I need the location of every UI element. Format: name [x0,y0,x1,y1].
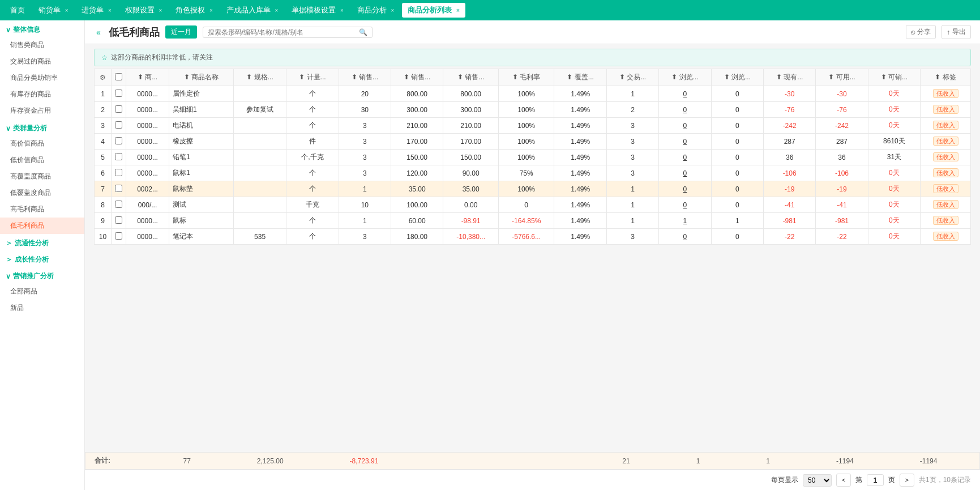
sidebar-item-high-value[interactable]: 高价值商品 [0,135,84,152]
sidebar-item-sales-products[interactable]: 销售类商品 [0,37,84,53]
row-checkbox[interactable] [112,213,126,229]
row-tx: 3 [606,229,658,245]
row-tag: 低收入 [921,134,971,150]
sidebar-item-stocked-products[interactable]: 有库存的商品 [0,86,84,103]
row-coverage: 1.49% [554,181,606,197]
row-gross: 100% [498,150,554,165]
row-browse2: 0 [711,229,763,245]
sidebar-item-low-margin[interactable]: 低毛利商品 [0,218,84,234]
col-sales1-header: ⬆ 销售... [339,69,391,86]
row-checkbox[interactable] [112,181,126,197]
sidebar-item-low-coverage[interactable]: 低覆盖度商品 [0,185,84,201]
sidebar-group-cluster[interactable]: ∨ 类群量分析 [0,119,84,135]
row-sales3: 35.00 [443,181,499,197]
row-coverage: 1.49% [554,134,606,150]
main-layout: ∨ 整体信息 销售类商品 交易过的商品 商品分类助销率 有库存的商品 库存资金占… [0,20,980,490]
select-all-checkbox[interactable] [115,73,122,80]
row-spec [233,197,286,213]
row-select-checkbox[interactable] [115,185,122,192]
next-page-button[interactable]: ＞ [900,474,914,487]
row-sales3: 800.00 [443,86,499,102]
row-no: 2 [95,102,112,118]
sidebar-item-all-products[interactable]: 全部商品 [0,283,84,300]
sidebar-item-low-value[interactable]: 低价值商品 [0,152,84,168]
row-sales3: 170.00 [443,134,499,150]
row-checkbox[interactable] [112,150,126,165]
nav-purchase-order[interactable]: 进货单 × [76,3,117,18]
table-footer: 合计: 77 2,125.00 -8,723.91 21 1 1 -1194 -… [85,452,980,470]
row-checkbox[interactable] [112,197,126,213]
nav-product-analysis[interactable]: 商品分析 × [352,3,400,18]
prev-page-button[interactable]: ＜ [836,474,851,487]
row-avail: -981 [816,213,868,229]
row-select-checkbox[interactable] [115,169,122,176]
notice-icon: ☆ [101,54,108,62]
row-spec [233,118,286,134]
row-select-checkbox[interactable] [115,121,122,129]
row-select-checkbox[interactable] [115,216,122,224]
row-checkbox[interactable] [112,118,126,134]
row-checkbox[interactable] [112,229,126,245]
row-coverage: 1.49% [554,213,606,229]
nav-permission[interactable]: 权限设置 × [119,3,168,18]
sidebar-group-growth[interactable]: ＞ 成长性分析 [0,250,84,267]
row-spec [233,213,286,229]
search-icon[interactable]: 🔍 [359,28,367,36]
sidebar-item-new-products[interactable]: 新品 [0,300,84,316]
nav-role-auth[interactable]: 角色授权 × [170,3,218,18]
col-settings[interactable]: ⚙ [95,69,112,86]
per-page-select[interactable]: 50 100 200 [803,474,832,487]
row-checkbox[interactable] [112,102,126,118]
sidebar-item-high-margin[interactable]: 高毛利商品 [0,201,84,218]
export-button[interactable]: ↑ 导出 [942,25,971,39]
row-select-checkbox[interactable] [115,137,122,144]
row-sales1: 3 [339,134,391,150]
nav-sales-order[interactable]: 销货单 × [33,3,74,18]
row-coverage: 1.49% [554,118,606,134]
sidebar-item-traded-products[interactable]: 交易过的商品 [0,53,84,70]
row-sales1: 3 [339,165,391,181]
row-select-checkbox[interactable] [115,201,122,208]
row-gross: 100% [498,86,554,102]
nav-product-analysis-list[interactable]: 商品分析列表 × [402,3,465,18]
footer-browse2: 1 [766,457,770,465]
row-spec [233,86,286,102]
row-unit: 千克 [286,197,339,213]
page-input[interactable] [867,474,884,486]
sidebar-item-high-coverage[interactable]: 高覆盖度商品 [0,168,84,185]
row-select-checkbox[interactable] [115,90,122,97]
search-input[interactable] [208,28,359,36]
table-row: 4 0000... 橡皮擦 件 3 170.00 170.00 100% 1.4… [95,134,971,150]
sidebar-group-circulation[interactable]: ＞ 流通性分析 [0,234,84,250]
row-spec [233,165,286,181]
table-row: 7 0002... 鼠标垫 个 1 35.00 35.00 100% 1.49%… [95,181,971,197]
row-browse1: 0 [659,150,711,165]
sidebar-group-overview[interactable]: ∨ 整体信息 [0,20,84,37]
row-no: 4 [95,134,112,150]
col-avail-header: ⬆ 可用... [816,69,868,86]
sidebar-group-marketing[interactable]: ∨ 营销推广分析 [0,267,84,283]
row-gross: 100% [498,118,554,134]
sidebar-item-stock-capital[interactable]: 库存资金占用 [0,103,84,119]
row-select-checkbox[interactable] [115,153,122,160]
row-checkbox[interactable] [112,165,126,181]
row-select-checkbox[interactable] [115,105,122,113]
row-tx: 3 [606,150,658,165]
row-stock: -22 [763,229,815,245]
nav-home[interactable]: 首页 [5,3,31,18]
row-select-checkbox[interactable] [115,232,122,240]
nav-template-setting[interactable]: 单据模板设置 × [286,3,349,18]
date-filter-button[interactable]: 近一月 [165,25,197,39]
row-code: 0000... [126,165,169,181]
row-tx: 3 [606,118,658,134]
share-button[interactable]: ⎋ 分享 [906,25,936,39]
row-checkbox[interactable] [112,86,126,102]
row-unit: 件 [286,134,339,150]
col-checkbox-all[interactable] [112,69,126,86]
row-tag: 低收入 [921,181,971,197]
row-checkbox[interactable] [112,134,126,150]
nav-product-inbound[interactable]: 产成品入库单 × [221,3,284,18]
sidebar-collapse-btn[interactable]: « [94,27,103,38]
sidebar-item-category-sales-rate[interactable]: 商品分类助销率 [0,70,84,86]
row-browse2: 0 [711,118,763,134]
